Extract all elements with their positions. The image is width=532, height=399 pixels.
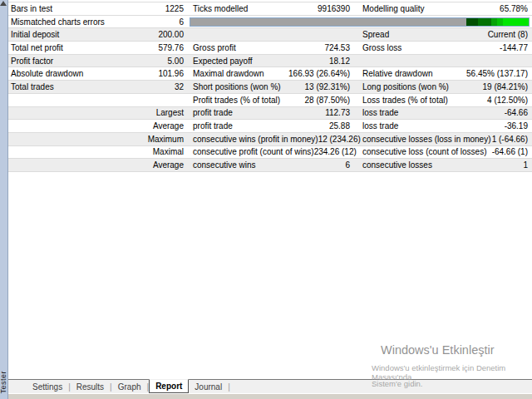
- cell-value: 5.00: [168, 57, 184, 66]
- bottom-status-strip: [0, 393, 532, 399]
- cell-label: Loss trades (% of total): [362, 96, 448, 105]
- tab-journal[interactable]: Journal: [189, 380, 228, 393]
- cell-value: 579.76: [158, 43, 184, 52]
- cell-label: Total net profit: [11, 43, 63, 52]
- windows-activation-watermark-title: Windows'u Etkinleştir: [381, 343, 495, 357]
- cell-label: consecutive losses (loss in money): [362, 135, 491, 144]
- table-cell: Modelling quality65.78%: [352, 4, 532, 13]
- table-cell: Total net profit579.76: [8, 43, 190, 52]
- collapse-arrow-icon[interactable]: [0, 1, 7, 6]
- tab-report[interactable]: Report: [149, 379, 189, 393]
- table-cell: loss trade-64.66: [352, 108, 532, 117]
- cell-value: 28 (87.50%): [305, 96, 350, 105]
- tester-panel-edge: Tester: [0, 0, 8, 399]
- cell-value: -64.66: [505, 108, 528, 117]
- table-cell: Absolute drawdown101.96: [8, 69, 190, 78]
- tab-settings[interactable]: Settings: [27, 380, 68, 393]
- cell-label: Modelling quality: [362, 4, 425, 13]
- report-table: Bars in test1225Ticks modelled9916390Mod…: [8, 2, 532, 172]
- cell-label: Expected payoff: [193, 57, 253, 66]
- table-cell: Ticks modelled9916390: [190, 4, 352, 13]
- cell-label: consecutive losses: [362, 160, 432, 170]
- tab-graph[interactable]: Graph: [112, 380, 147, 393]
- cell-label: consecutive wins (profit in money): [193, 135, 318, 144]
- table-cell: Mismatched charts errors6: [8, 17, 190, 27]
- windows-activation-watermark-line3: Sistem'e gidin.: [372, 379, 422, 388]
- cell-label: Maximal drawdown: [193, 69, 264, 78]
- cell-label: profit trade: [193, 108, 233, 117]
- cell-value: 32: [175, 82, 184, 91]
- table-cell: Loss trades (% of total)4 (12.50%): [352, 96, 532, 105]
- cell-label: consecutive profit (count of wins): [193, 147, 314, 156]
- cell-label: Relative drawdown: [362, 69, 433, 78]
- cell-value: 9916390: [318, 4, 350, 13]
- cell-label: Absolute drawdown: [11, 69, 83, 78]
- tab-separator: |: [228, 380, 230, 393]
- cell-label: loss trade: [362, 108, 398, 117]
- cell-value: 13 (92.31%): [305, 82, 350, 91]
- table-row: Mismatched charts errors6: [8, 16, 532, 29]
- table-cell: Maximal drawdown166.93 (26.64%): [190, 69, 352, 78]
- cell-value: 19 (84.21%): [483, 82, 528, 91]
- cell-value: 1 (-64.66): [492, 135, 528, 144]
- table-row: Largestprofit trade112.73loss trade-64.6…: [8, 107, 532, 121]
- tester-report-panel: Tester Bars in test1225Ticks modelled991…: [0, 0, 532, 399]
- table-cell: consecutive profit (count of wins)234.26…: [190, 147, 352, 156]
- table-cell: Average: [8, 160, 190, 170]
- cell-value: 724.53: [324, 43, 350, 52]
- table-cell: Average: [8, 121, 190, 131]
- table-row: Maximalconsecutive profit (count of wins…: [8, 146, 532, 160]
- cell-value: 234.26 (12): [314, 147, 357, 156]
- table-row: Profit trades (% of total)28 (87.50%)Los…: [8, 94, 532, 107]
- cell-value: -36.19: [505, 121, 528, 131]
- cell-label: profit trade: [193, 121, 233, 131]
- table-row: Profit factor5.00Expected payoff18.12: [8, 55, 532, 68]
- table-cell: consecutive wins (profit in money)12 (23…: [190, 135, 352, 144]
- cell-label: Profit trades (% of total): [193, 96, 280, 105]
- cell-value: Maximal: [153, 147, 184, 156]
- table-row: Maximumconsecutive wins (profit in money…: [8, 133, 532, 146]
- panel-caption: Tester: [0, 371, 7, 394]
- cell-value: Current (8): [488, 30, 528, 39]
- cell-value: Average: [153, 160, 184, 170]
- table-cell: Initial deposit200.00: [8, 30, 190, 39]
- cell-label: Long positions (won %): [362, 82, 449, 91]
- table-row: Total net profit579.76Gross profit724.53…: [8, 42, 532, 55]
- cell-value: 200.00: [158, 30, 184, 39]
- table-cell: consecutive losses1: [352, 160, 532, 170]
- cell-label: Short positions (won %): [193, 82, 281, 91]
- table-cell: Maximal: [8, 147, 190, 156]
- cell-label: Spread: [362, 30, 389, 39]
- table-row: Averageprofit trade25.88loss trade-36.19: [8, 120, 532, 133]
- table-cell: consecutive loss (count of losses)-64.66…: [352, 147, 532, 156]
- cell-label: Gross loss: [362, 43, 401, 52]
- table-row: Total trades32Short positions (won %)13 …: [8, 81, 532, 94]
- table-cell: SpreadCurrent (8): [352, 30, 532, 39]
- table-cell: Long positions (won %)19 (84.21%): [352, 82, 532, 91]
- cell-value: 56.45% (137.17): [466, 69, 528, 78]
- table-cell: Expected payoff18.12: [190, 57, 352, 66]
- table-cell: profit trade112.73: [190, 108, 352, 117]
- cell-value: 6: [345, 160, 350, 170]
- table-cell: consecutive wins6: [190, 160, 352, 170]
- tab-results[interactable]: Results: [71, 380, 110, 393]
- cell-value: 65.78%: [500, 4, 528, 13]
- cell-value: 1: [523, 160, 528, 170]
- table-cell: Profit trades (% of total)28 (87.50%): [190, 96, 352, 105]
- cell-label: loss trade: [362, 121, 398, 131]
- cell-label: Total trades: [11, 82, 54, 91]
- cell-value: 25.88: [329, 121, 350, 131]
- cell-label: Gross profit: [193, 43, 236, 52]
- table-cell: Total trades32: [8, 82, 190, 91]
- table-cell: Maximum: [8, 135, 190, 144]
- table-row: Bars in test1225Ticks modelled9916390Mod…: [8, 2, 532, 16]
- cell-value: -64.66 (1): [492, 147, 528, 156]
- table-row: Absolute drawdown101.96Maximal drawdown1…: [8, 67, 532, 81]
- cell-value: Largest: [156, 108, 184, 117]
- cell-value: 6: [179, 17, 184, 27]
- cell-value: 101.96: [158, 69, 184, 78]
- modelling-quality-bar: [190, 17, 530, 27]
- cell-label: Bars in test: [11, 4, 52, 13]
- table-cell: Short positions (won %)13 (92.31%): [190, 82, 352, 91]
- table-cell: profit trade25.88: [190, 121, 352, 131]
